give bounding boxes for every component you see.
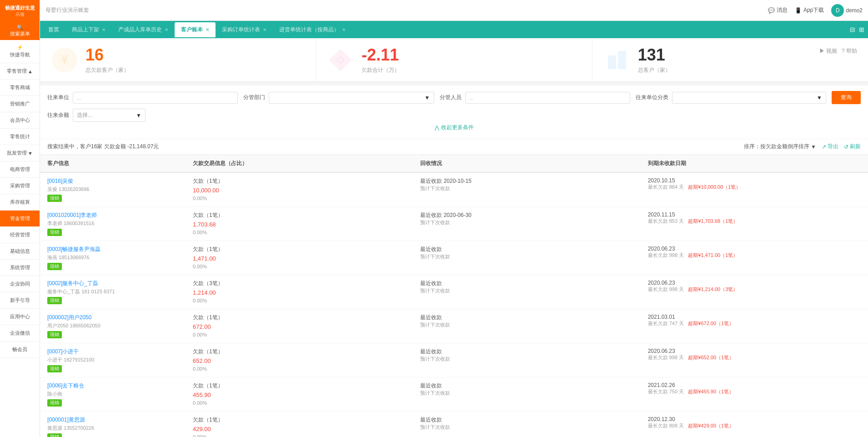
collapse-filters-button[interactable]: ⋀ 收起更多条件 (47, 122, 861, 133)
debt-customers-icon: ¥ (51, 46, 78, 74)
department-select[interactable]: ▼ (269, 92, 434, 104)
refresh-button[interactable]: ↺ 刷新 (844, 143, 861, 151)
sidebar-item-quick-nav[interactable]: ⚡ 快捷导航 (0, 40, 40, 63)
overdue-link[interactable]: 超期¥1,214.00（3笔） (688, 286, 738, 292)
debt-amount[interactable]: 652.00 (193, 357, 406, 364)
message-button[interactable]: 💬 消息 (768, 6, 788, 14)
tab-production-history[interactable]: 产成品入库单历史 ✕ (112, 22, 175, 37)
source-unit-input[interactable]: ... (73, 92, 238, 104)
customer-tag: 现销 (47, 365, 62, 372)
debt-amount[interactable]: 455.90 (193, 392, 406, 398)
export-button[interactable]: ↗ 导出 (822, 143, 838, 151)
video-help-button[interactable]: ▶ 视频 (819, 47, 837, 55)
th-recovery: 回收情况 (413, 155, 640, 172)
sidebar-item-new-guide[interactable]: 新手引导 (0, 292, 40, 309)
table-row: [000002]用户2050 用户2050 18665062050 现销 欠款（… (40, 309, 868, 343)
tab-minimize-icon[interactable]: ⊟ (850, 26, 855, 33)
overdue-link[interactable]: 超期¥429.00（1笔） (688, 423, 734, 428)
debt-customers-label: 总欠款客户（家） (85, 66, 129, 74)
customer-name-link[interactable]: [000002]用户2050 (47, 314, 178, 321)
sidebar-item-purchase[interactable]: 采购管理 (0, 178, 40, 194)
balance-select[interactable]: 选择... ▼ (73, 109, 146, 122)
table-header: 客户信息 欠款交易信息（占比） 回收情况 到期未收款日期 (40, 155, 868, 173)
sidebar-item-finance[interactable]: 资金管理 (0, 211, 40, 227)
sidebar-item-retail-mall[interactable]: 零售商城 (0, 80, 40, 96)
table-row: [0007]小进干 小进干 18279152100 现销 欠款（1笔） 652.… (40, 343, 868, 377)
stat-debt-customers-main: 16 总欠款客户（家） (85, 45, 129, 74)
user-avatar[interactable]: D demo2 (831, 4, 863, 17)
tab-close-purchase-order[interactable]: ✕ (263, 27, 266, 32)
sidebar-item-enterprise-collab[interactable]: 企业协同 (0, 276, 40, 292)
search-button[interactable]: 查询 (832, 91, 861, 104)
debt-percent: 0.00% (193, 196, 406, 201)
customer-name-link[interactable]: [0007]小进干 (47, 348, 178, 356)
tab-expand-icon[interactable]: ⊞ (859, 26, 864, 33)
debt-amount[interactable]: 672.00 (193, 323, 406, 330)
customer-name-link[interactable]: [0001020001]李老师 (47, 211, 178, 219)
overdue-link[interactable]: 超期¥1,703.68（1笔） (688, 218, 738, 224)
refresh-icon: ↺ (844, 144, 848, 150)
tab-home[interactable]: 首页 (42, 22, 65, 37)
tab-close-customer-account[interactable]: ✕ (206, 27, 209, 32)
tab-purchase-statistics[interactable]: 进货单统计表（按商品） ✕ (273, 22, 352, 37)
tab-close-product-shelf[interactable]: ✕ (102, 27, 105, 32)
tab-product-shelf[interactable]: 商品上下架 ✕ (65, 22, 112, 37)
th-due-date: 到期未收款日期 (641, 155, 868, 172)
customer-tag: 现销 (47, 399, 62, 407)
customer-name-link[interactable]: [0006]去下粮仓 (47, 382, 178, 390)
sort-selector[interactable]: 排序：按欠款金额倒序排序 ▼ (744, 143, 816, 151)
sidebar-item-enterprise-wechat[interactable]: 企业微信 (0, 325, 40, 342)
sidebar-item-ecommerce[interactable]: 电商管理 (0, 161, 40, 178)
tab-purchase-order[interactable]: 采购订单统计表 ✕ (216, 22, 273, 37)
customer-tag: 现销 (47, 229, 62, 236)
customer-name-link[interactable]: [0003]畅捷服务尹海蕊 (47, 246, 178, 253)
help-button[interactable]: ? 帮助 (842, 47, 857, 55)
topbar: 母婴行业演示账套 💬 消息 📱 App下载 D demo2 (40, 0, 868, 21)
sidebar-item-inventory[interactable]: 库存核算 (0, 194, 40, 211)
recovery-cell: 最近收款 2020-10-15 预计下次收款 (413, 173, 640, 206)
sidebar-item-member-vip[interactable]: 畅会员 (0, 342, 40, 358)
sidebar-item-retail-stats[interactable]: 零售统计 (0, 129, 40, 145)
person-input[interactable]: ... (465, 92, 630, 104)
sidebar-item-retail-mgmt[interactable]: 零售管理▲ (0, 63, 40, 80)
sidebar-item-system[interactable]: 系统管理 (0, 260, 40, 276)
sidebar-item-member[interactable]: 会员中心 (0, 112, 40, 129)
th-customer-info: 客户信息 (40, 155, 186, 172)
due-date: 2020.06.23 (648, 348, 861, 354)
debt-count: 欠款（1笔） (193, 382, 406, 390)
overdue-link[interactable]: 超期¥455.90（1笔） (688, 389, 734, 394)
overdue-link[interactable]: 超期¥10,000.00（1笔） (688, 184, 741, 190)
debt-amount[interactable]: 1,214.00 (193, 289, 406, 296)
debt-amount[interactable]: 1,703.68 (193, 221, 406, 228)
filter-row-1: 往来单位 ... 分管部门 ▼ 分管人员 (47, 91, 861, 104)
recovery-cell: 最近收款 预计下次收款 (413, 241, 640, 275)
sidebar-item-basic-info[interactable]: 基础信息 (0, 243, 40, 260)
tab-customer-account[interactable]: 客户账本 ✕ (175, 22, 216, 37)
sidebar-item-operations[interactable]: 经营管理 (0, 227, 40, 243)
next-collection: 预计下次收款 (420, 185, 633, 192)
tab-close-production-history[interactable]: ✕ (165, 27, 168, 32)
next-collection: 预计下次收款 (420, 321, 633, 328)
overdue-link[interactable]: 超期¥672.00（1笔） (688, 321, 734, 326)
sidebar-item-app-center[interactable]: 应用中心 (0, 309, 40, 325)
overdue-link[interactable]: 超期¥652.00（1笔） (688, 355, 734, 360)
customer-contact: 海燕 18513066976 (47, 254, 178, 261)
overdue-days: 最长欠款 884 天 超期¥10,000.00（1笔） (648, 184, 861, 191)
debt-amount[interactable]: 1,471.00 (193, 255, 406, 262)
customer-tag: 现销 (47, 433, 62, 437)
sidebar-item-search[interactable]: 🔍 搜索菜单 (0, 22, 40, 40)
debt-amount[interactable]: 10,000.00 (193, 187, 406, 194)
customer-name-link[interactable]: [0002]服务中心_丁磊 (47, 280, 178, 287)
customer-name-link[interactable]: [0016]吴俊 (47, 177, 178, 185)
due-date-cell: 2021.02.26 最长欠款 750 天 超期¥455.90（1笔） (641, 377, 868, 411)
debt-amount[interactable]: 429.00 (193, 426, 406, 432)
app-download-button[interactable]: 📱 App下载 (795, 6, 824, 14)
tab-close-purchase-statistics[interactable]: ✕ (342, 27, 346, 32)
overdue-link[interactable]: 超期¥1,471.00（1笔） (688, 252, 738, 258)
due-date: 2020.11.15 (648, 211, 861, 218)
sidebar-item-marketing[interactable]: 营销推广 (0, 96, 40, 112)
sidebar-item-batch-mgmt[interactable]: 批发管理▼ (0, 145, 40, 161)
customer-name-link[interactable]: [000001]黄思源 (47, 416, 178, 424)
stat-total-customers: 131 总客户（家） ▶ 视频 ? 帮助 (592, 38, 868, 81)
unit-category-select[interactable]: ▼ (672, 92, 826, 104)
